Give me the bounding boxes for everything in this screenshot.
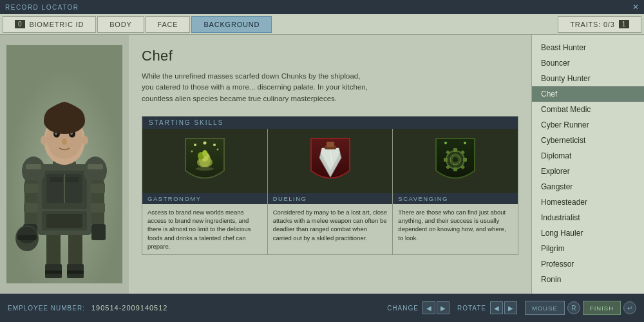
svg-rect-54 — [327, 142, 334, 147]
svg-rect-23 — [24, 203, 38, 213]
svg-rect-11 — [50, 177, 63, 182]
skill-icon-dueling — [268, 129, 393, 193]
svg-rect-12 — [66, 177, 79, 182]
svg-rect-6 — [67, 270, 84, 274]
tab-traits[interactable]: TRAITS: 0/3 1 — [558, 16, 641, 33]
skill-card-scavenging: SCAVENGING There are those who can find … — [393, 129, 518, 254]
svg-point-47 — [194, 144, 196, 146]
svg-point-37 — [41, 136, 47, 145]
svg-point-52 — [196, 167, 214, 171]
change-label: CHANGE — [387, 305, 419, 312]
svg-rect-60 — [444, 158, 448, 162]
tab-biometric-id[interactable]: 0 BIOMETRIC ID — [3, 16, 96, 33]
employee-number: 190514-2009140512 — [91, 304, 168, 312]
background-list-item[interactable]: Homesteader — [532, 194, 644, 210]
background-list-item[interactable]: Beast Hunter — [532, 40, 644, 55]
svg-rect-17 — [26, 164, 41, 169]
finish-icon: ↵ — [623, 301, 636, 314]
skill-card-dueling: DUELING Considered by many to be a lost … — [268, 129, 393, 254]
finish-button[interactable]: FINISH — [583, 301, 621, 315]
mouse-icon: R — [567, 301, 580, 314]
change-prev-button[interactable]: ◀ — [422, 301, 435, 314]
skills-grid: GASTRONOMY Access to brand new worlds me… — [142, 129, 518, 254]
character-svg — [6, 45, 122, 283]
background-list-item[interactable]: Cyber Runner — [532, 117, 644, 133]
background-name: Chef — [142, 48, 518, 64]
bottom-bar: EMPLOYEE NUMBER: 190514-2009140512 CHANG… — [0, 294, 644, 322]
tab-num-traits: 1 — [619, 20, 629, 28]
svg-point-50 — [191, 150, 193, 152]
info-area: Chef While the unrefined masses scarfed … — [129, 35, 531, 294]
top-bar: RECORD LOCATOR ✕ — [0, 0, 644, 14]
tab-num-biometric: 0 — [15, 20, 25, 28]
tab-body[interactable]: BODY — [97, 16, 144, 33]
svg-rect-22 — [91, 184, 105, 193]
background-list-item[interactable]: Bounty Hunter — [532, 71, 644, 86]
background-list-item[interactable]: Long Hauler — [532, 225, 644, 241]
skill-icon-gastronomy — [142, 129, 267, 193]
svg-point-35 — [62, 138, 67, 145]
background-list-item[interactable]: Industrialist — [532, 210, 644, 225]
svg-rect-58 — [453, 148, 457, 152]
svg-point-38 — [82, 136, 88, 145]
background-list-item[interactable]: Cyberneticist — [532, 133, 644, 148]
svg-point-48 — [213, 144, 216, 146]
svg-rect-18 — [88, 164, 103, 169]
skills-section: STARTING SKILLS — [142, 116, 518, 255]
svg-point-67 — [464, 142, 466, 144]
background-list-item[interactable]: Chef — [532, 86, 644, 102]
svg-rect-41 — [17, 235, 37, 240]
employee-label: EMPLOYEE NUMBER: — [8, 305, 85, 312]
svg-rect-24 — [91, 203, 105, 213]
background-list-item[interactable]: Explorer — [532, 164, 644, 179]
skill-desc-dueling: Considered by many to be a lost art, clo… — [268, 204, 393, 254]
background-list-item[interactable]: Gangster — [532, 179, 644, 194]
svg-rect-5 — [45, 270, 62, 274]
svg-point-51 — [216, 148, 218, 150]
rotate-next-button[interactable]: ▶ — [504, 301, 517, 314]
tab-face[interactable]: FACE — [146, 16, 191, 33]
background-list-panel: Beast HunterBouncerBounty HunterChefComb… — [531, 35, 644, 294]
character-figure — [6, 45, 122, 283]
background-list-item[interactable]: Bouncer — [532, 55, 644, 71]
app-title: RECORD LOCATOR — [5, 4, 79, 11]
rotate-btn-group: ◀ ▶ — [490, 301, 517, 314]
svg-rect-59 — [453, 167, 457, 171]
skills-header: STARTING SKILLS — [142, 117, 518, 129]
main-content: Chef While the unrefined masses scarfed … — [0, 35, 644, 294]
skill-name-dueling: DUELING — [268, 193, 393, 204]
bottom-buttons: CHANGE ◀ ▶ ROTATE ◀ ▶ MOUSE R FINISH ↵ — [387, 301, 636, 315]
close-icon[interactable]: ✕ — [632, 3, 639, 12]
skill-desc-gastronomy: Access to brand new worlds means access … — [142, 204, 267, 254]
svg-point-57 — [453, 157, 458, 162]
skill-name-scavenging: SCAVENGING — [393, 193, 518, 204]
rotate-prev-button[interactable]: ◀ — [490, 301, 503, 314]
svg-rect-61 — [463, 158, 467, 162]
skill-name-gastronomy: GASTRONOMY — [142, 193, 267, 204]
rotate-label: ROTATE — [457, 305, 486, 312]
change-btn-group: ◀ ▶ — [422, 301, 450, 314]
svg-rect-14 — [46, 214, 82, 228]
nav-tabs: 0 BIOMETRIC ID BODY FACE BACKGROUND TRAI… — [0, 14, 644, 35]
skill-card-gastronomy: GASTRONOMY Access to brand new worlds me… — [142, 129, 268, 254]
svg-point-66 — [444, 142, 447, 144]
svg-point-46 — [202, 150, 207, 156]
background-description: While the unrefined masses scarfed down … — [142, 71, 374, 104]
change-next-button[interactable]: ▶ — [437, 301, 450, 314]
background-list-item[interactable]: Combat Medic — [532, 102, 644, 117]
background-list-item[interactable]: Pilgrim — [532, 241, 644, 256]
character-area — [0, 35, 129, 294]
svg-rect-21 — [24, 184, 38, 193]
mouse-button[interactable]: MOUSE — [525, 301, 565, 315]
tab-background[interactable]: BACKGROUND — [191, 16, 272, 33]
svg-point-49 — [203, 141, 206, 144]
skill-desc-scavenging: There are those who can find just about … — [393, 204, 518, 254]
skill-icon-scavenging — [393, 129, 518, 193]
background-list-item[interactable]: Professor — [532, 256, 644, 272]
svg-rect-26 — [91, 224, 106, 240]
background-list-item[interactable]: Ronin — [532, 272, 644, 287]
background-list-item[interactable]: Diplomat — [532, 148, 644, 164]
